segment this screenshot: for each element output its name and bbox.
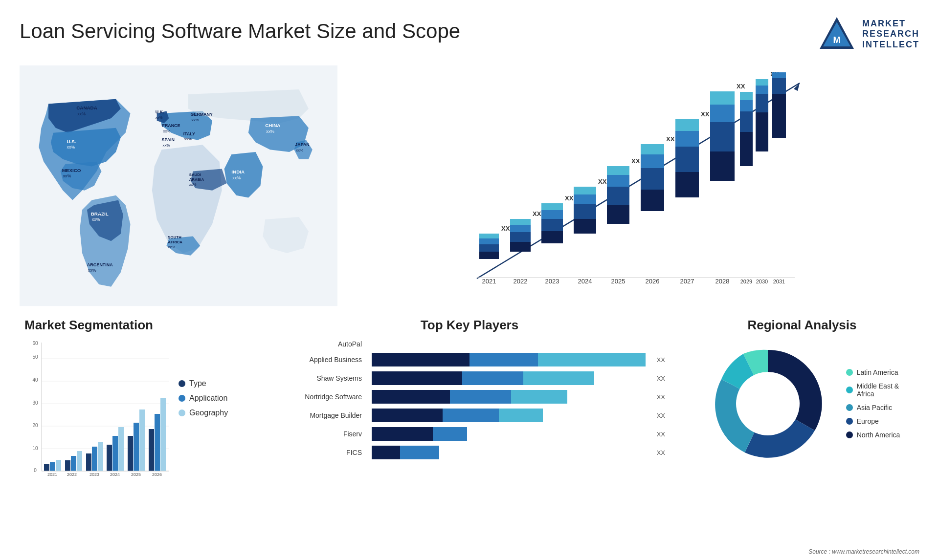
svg-rect-89 [740, 92, 753, 100]
svg-text:2024: 2024 [578, 278, 592, 285]
bar-chart-svg: 2021 XX 2022 XX 2023 XX [357, 68, 910, 303]
svg-rect-137 [160, 398, 166, 471]
svg-rect-125 [98, 442, 103, 471]
svg-text:xx%: xx% [77, 111, 86, 116]
svg-rect-116 [50, 462, 55, 471]
logo-icon: M [817, 15, 856, 54]
svg-text:xx%: xx% [67, 145, 75, 150]
legend-ap-dot [846, 404, 853, 411]
svg-text:2028: 2028 [715, 278, 730, 285]
svg-text:XX: XX [598, 178, 607, 185]
svg-text:XX: XX [666, 135, 675, 143]
player-fiserv: Fiserv XX [274, 427, 665, 441]
svg-rect-129 [118, 427, 124, 471]
world-map-section: CANADA xx% U.S. xx% MEXICO xx% BRAZIL xx… [20, 64, 337, 308]
logo-line3: INTELLECT [862, 40, 919, 50]
svg-text:2024: 2024 [110, 472, 120, 477]
donut-svg [704, 340, 831, 467]
svg-rect-121 [77, 451, 82, 471]
svg-text:FRANCE: FRANCE [162, 123, 180, 128]
player-applied-name: Applied Business [274, 356, 362, 364]
svg-rect-86 [740, 132, 753, 166]
svg-text:SOUTH: SOUTH [168, 235, 181, 239]
logo-line2: RESEARCH [862, 29, 919, 40]
svg-text:SPAIN: SPAIN [162, 137, 175, 142]
player-nortridge-name: Nortridge Software [274, 393, 362, 401]
svg-text:40: 40 [32, 377, 38, 383]
svg-text:2025: 2025 [611, 278, 626, 285]
svg-text:60: 60 [32, 341, 38, 346]
svg-rect-63 [607, 187, 629, 205]
segmentation-section: Market Segmentation 0 10 20 30 40 50 60 [20, 318, 254, 503]
svg-text:2023: 2023 [89, 472, 99, 477]
svg-text:2021: 2021 [482, 278, 496, 285]
svg-rect-83 [710, 91, 735, 105]
svg-rect-71 [641, 144, 664, 154]
logo-text: MARKET RESEARCH INTELLECT [862, 19, 919, 50]
svg-rect-65 [607, 166, 629, 175]
svg-rect-98 [772, 78, 786, 94]
svg-text:xx%: xx% [163, 129, 170, 133]
player-fics-value: XX [657, 449, 665, 456]
player-fics: FICS XX [274, 446, 665, 459]
legend-type-dot [179, 380, 185, 387]
svg-text:2026: 2026 [152, 472, 162, 477]
svg-rect-53 [541, 203, 563, 210]
legend-latin-america: Latin America [846, 368, 900, 376]
svg-text:JAPAN: JAPAN [295, 142, 309, 147]
svg-text:xx%: xx% [92, 217, 100, 222]
player-fics-name: FICS [274, 449, 362, 456]
world-map-svg: CANADA xx% U.S. xx% MEXICO xx% BRAZIL xx… [20, 64, 337, 308]
svg-text:50: 50 [32, 354, 38, 360]
logo-area: M MARKET RESEARCH INTELLECT [817, 15, 919, 54]
regional-section: Regional Analysis [685, 318, 919, 503]
regional-title: Regional Analysis [690, 318, 915, 333]
svg-rect-69 [641, 168, 664, 190]
svg-text:2023: 2023 [545, 278, 559, 285]
svg-text:2027: 2027 [680, 278, 694, 285]
svg-rect-38 [479, 252, 499, 259]
player-shaw-value: XX [657, 375, 665, 382]
player-applied-value: XX [657, 356, 665, 364]
svg-text:2022: 2022 [67, 472, 77, 477]
player-applied: Applied Business XX [274, 353, 665, 366]
page-title: Loan Servicing Software Market Size and … [20, 20, 460, 43]
svg-text:xx%: xx% [63, 173, 71, 178]
svg-rect-46 [510, 225, 531, 232]
svg-text:xx%: xx% [168, 245, 175, 249]
svg-text:ITALY: ITALY [183, 131, 195, 136]
svg-rect-133 [139, 409, 145, 471]
svg-rect-57 [574, 204, 596, 219]
svg-rect-87 [740, 111, 753, 132]
svg-point-141 [736, 372, 800, 435]
svg-text:xx%: xx% [156, 115, 163, 120]
svg-text:2029: 2029 [740, 279, 752, 284]
player-mortgage-value: XX [657, 412, 665, 419]
svg-rect-44 [510, 242, 531, 252]
legend-geography-dot [179, 409, 185, 416]
svg-text:xx%: xx% [162, 143, 170, 148]
svg-text:2031: 2031 [773, 279, 785, 284]
svg-rect-120 [71, 456, 76, 471]
svg-rect-124 [92, 447, 97, 471]
svg-rect-88 [740, 100, 753, 111]
svg-text:XX: XX [631, 157, 640, 165]
seg-legend: Type Application Geography [179, 379, 228, 432]
svg-rect-51 [541, 219, 563, 231]
players-section: Top Key Players AutoPal Applied Business… [264, 318, 675, 503]
svg-text:ARGENTINA: ARGENTINA [87, 262, 113, 267]
svg-text:xx%: xx% [232, 175, 241, 180]
svg-text:XX: XX [533, 210, 541, 217]
player-shaw: Shaw Systems XX [274, 371, 665, 385]
svg-rect-50 [541, 231, 563, 243]
svg-rect-70 [641, 154, 664, 168]
svg-rect-41 [479, 234, 499, 238]
svg-rect-40 [479, 238, 499, 244]
svg-text:2022: 2022 [514, 278, 528, 285]
svg-text:30: 30 [32, 400, 38, 406]
svg-text:U.K.: U.K. [156, 109, 164, 114]
svg-text:xx%: xx% [296, 148, 303, 152]
player-fiserv-name: Fiserv [274, 430, 362, 438]
svg-text:INDIA: INDIA [231, 169, 245, 174]
svg-text:ARABIA: ARABIA [189, 177, 204, 182]
